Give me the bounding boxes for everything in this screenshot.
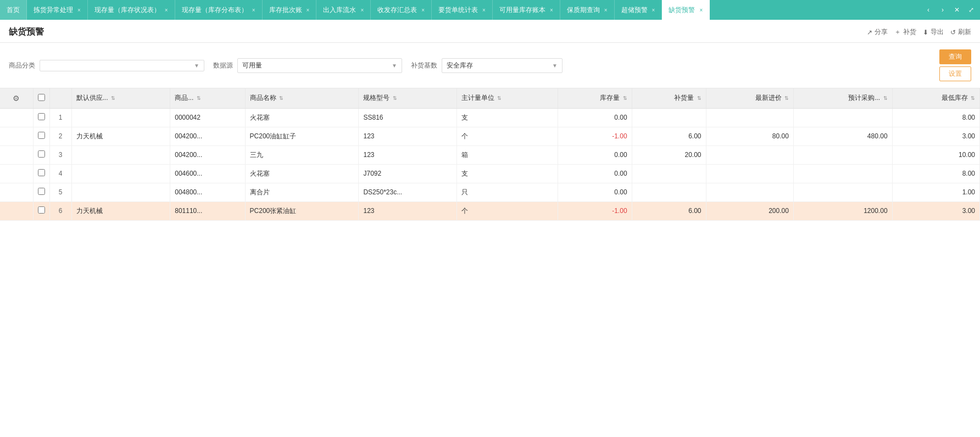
sort-icon-code: ⇅ <box>197 96 201 101</box>
tab-close-all-button[interactable]: ✕ <box>950 3 964 16</box>
row-supplier <box>71 108 170 127</box>
row-checkbox-cell[interactable] <box>33 183 49 201</box>
tab-available-ledger-close[interactable]: × <box>550 7 553 13</box>
tab-exception[interactable]: 拣货异常处理 × <box>27 0 88 20</box>
category-chevron-icon: ▼ <box>194 63 199 69</box>
table-row: 5 004800... 离合片 DS250*23c... 只 0.00 1.00 <box>0 183 980 201</box>
tab-receipt-total[interactable]: 收发存汇总表 × <box>371 0 432 20</box>
row-checkbox-cell[interactable] <box>33 164 49 183</box>
col-unit[interactable]: 主计量单位 ⇅ <box>456 88 558 108</box>
tab-next-button[interactable]: › <box>936 3 949 16</box>
col-latest-price[interactable]: 最新进价 ⇅ <box>706 88 793 108</box>
row-checkbox[interactable] <box>38 150 45 158</box>
category-select[interactable]: ▼ <box>40 60 204 71</box>
col-product-name[interactable]: 商品名称 ⇅ <box>245 88 359 108</box>
row-replenish-qty <box>632 183 706 201</box>
row-est-purchase: 1200.00 <box>793 201 892 220</box>
row-min-stock: 8.00 <box>892 164 979 183</box>
row-gear-cell <box>0 164 33 183</box>
header-actions: ↗ 分享 ＋ 补货 ⬇ 导出 ↺ 刷新 <box>867 27 971 37</box>
share-button[interactable]: ↗ 分享 <box>867 27 888 37</box>
refresh-button[interactable]: ↺ 刷新 <box>950 27 971 37</box>
row-latest-price <box>706 164 793 183</box>
datasource-chevron-icon: ▼ <box>392 63 397 69</box>
replenish-button[interactable]: ＋ 补货 <box>894 27 916 37</box>
row-checkbox[interactable] <box>38 132 45 139</box>
col-select-all[interactable] <box>33 88 49 108</box>
datasource-select[interactable]: 可用量 ▼ <box>237 58 402 73</box>
row-supplier <box>71 183 170 201</box>
row-gear-cell <box>0 127 33 145</box>
tab-stock-dist-close[interactable]: × <box>252 7 255 13</box>
col-default-supplier[interactable]: 默认供应... ⇅ <box>71 88 170 108</box>
row-latest-price: 80.00 <box>706 127 793 145</box>
row-checkbox[interactable] <box>38 188 45 195</box>
col-index <box>49 88 71 108</box>
tab-order-stats[interactable]: 要货单统计表 × <box>432 0 493 20</box>
tab-expiry-query[interactable]: 保质期查询 × <box>560 0 615 20</box>
refresh-icon: ↺ <box>950 29 956 36</box>
row-index: 2 <box>49 127 71 145</box>
row-checkbox-cell[interactable] <box>33 201 49 220</box>
row-stock-qty: -1.00 <box>558 201 632 220</box>
col-gear[interactable]: ⚙ <box>0 88 33 108</box>
tab-batch-account-close[interactable]: × <box>307 7 310 13</box>
row-product-code: 004200... <box>170 127 245 145</box>
sort-icon-stock: ⇅ <box>623 96 627 101</box>
tab-inout-flow-close[interactable]: × <box>360 7 364 13</box>
replenish-base-select[interactable]: 安全库存 ▼ <box>442 58 563 73</box>
tab-fullscreen-button[interactable]: ⤢ <box>965 3 978 16</box>
col-spec[interactable]: 规格型号 ⇅ <box>359 88 456 108</box>
tab-exception-close[interactable]: × <box>77 7 81 13</box>
row-checkbox-cell[interactable] <box>33 127 49 145</box>
tab-stock-status[interactable]: 现存量（库存状况表） × <box>88 0 175 20</box>
tab-overstock-warning-close[interactable]: × <box>652 7 655 13</box>
page-container: 缺货预警 ↗ 分享 ＋ 补货 ⬇ 导出 ↺ 刷新 商品分类 <box>0 20 980 437</box>
row-est-purchase <box>793 145 892 164</box>
tab-expiry-query-close[interactable]: × <box>604 7 608 13</box>
row-min-stock: 1.00 <box>892 183 979 201</box>
tab-receipt-total-close[interactable]: × <box>421 7 425 13</box>
tab-inout-flow[interactable]: 出入库流水 × <box>316 0 371 20</box>
row-product-code: 004800... <box>170 183 245 201</box>
table-row: 3 004200... 三九 123 箱 0.00 20.00 10.00 <box>0 145 980 164</box>
col-product-code[interactable]: 商品... ⇅ <box>170 88 245 108</box>
col-replenish-qty[interactable]: 补货量 ⇅ <box>632 88 706 108</box>
tab-shortage-warning-close[interactable]: × <box>699 7 703 13</box>
row-spec: SS816 <box>359 108 456 127</box>
page-header: 缺货预警 ↗ 分享 ＋ 补货 ⬇ 导出 ↺ 刷新 <box>0 20 980 43</box>
row-checkbox[interactable] <box>38 113 45 120</box>
tab-shortage-warning[interactable]: 缺货预警 × <box>662 0 710 20</box>
tab-overstock-warning[interactable]: 超储预警 × <box>615 0 662 20</box>
row-index: 3 <box>49 145 71 164</box>
replenish-base-chevron-icon: ▼ <box>552 63 558 69</box>
col-stock-qty[interactable]: 库存量 ⇅ <box>558 88 632 108</box>
row-product-code: 004200... <box>170 145 245 164</box>
row-spec: J7092 <box>359 164 456 183</box>
row-unit: 支 <box>456 108 558 127</box>
sort-icon-replenish: ⇅ <box>697 96 701 101</box>
row-checkbox-cell[interactable] <box>33 108 49 127</box>
row-unit: 个 <box>456 201 558 220</box>
settings-button[interactable]: 设置 <box>939 66 971 81</box>
export-button[interactable]: ⬇ 导出 <box>923 27 944 37</box>
tab-stock-dist[interactable]: 现存量（库存分布表） × <box>175 0 263 20</box>
row-checkbox-cell[interactable] <box>33 145 49 164</box>
row-min-stock: 10.00 <box>892 145 979 164</box>
row-stock-qty: 0.00 <box>558 108 632 127</box>
tab-batch-account[interactable]: 库存批次账 × <box>263 0 317 20</box>
select-all-checkbox[interactable] <box>38 94 45 101</box>
row-checkbox[interactable] <box>38 206 45 214</box>
tab-order-stats-close[interactable]: × <box>482 7 486 13</box>
col-est-purchase[interactable]: 预计采购... ⇅ <box>793 88 892 108</box>
query-button[interactable]: 查询 <box>939 49 971 64</box>
tab-home[interactable]: 首页 <box>0 0 27 20</box>
tab-stock-status-close[interactable]: × <box>165 7 168 13</box>
row-product-code: 801110... <box>170 201 245 220</box>
tab-available-ledger[interactable]: 可用量库存账本 × <box>493 0 560 20</box>
tab-prev-button[interactable]: ‹ <box>922 3 935 16</box>
row-latest-price: 200.00 <box>706 201 793 220</box>
replenish-base-label: 补货基数 <box>411 61 437 70</box>
row-checkbox[interactable] <box>38 169 45 176</box>
col-min-stock[interactable]: 最低库存 ⇅ <box>892 88 979 108</box>
